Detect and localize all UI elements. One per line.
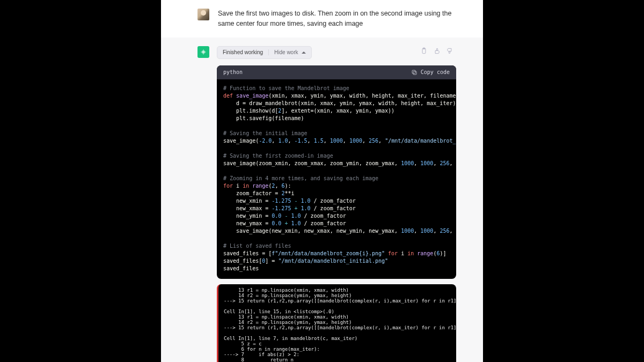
user-message-text: Save the first two images to disk. Then … bbox=[218, 9, 456, 29]
clipboard-icon[interactable] bbox=[420, 47, 428, 55]
work-status-pill: Finished working Hide work bbox=[217, 46, 312, 59]
error-output-block[interactable]: 13 r1 = np.linspace(xmin, xmax, width) 1… bbox=[217, 284, 456, 363]
user-avatar bbox=[197, 9, 209, 20]
hide-work-label: Hide work bbox=[274, 49, 298, 55]
assistant-avatar bbox=[197, 46, 209, 58]
svg-rect-3 bbox=[413, 71, 416, 75]
copy-code-button[interactable]: Copy code bbox=[411, 69, 450, 76]
chevron-up-icon bbox=[302, 51, 306, 54]
openai-logo-icon bbox=[200, 48, 207, 56]
assistant-message: Finished working Hide work python Copy c… bbox=[161, 38, 483, 363]
chat-window: Save the first two images to disk. Then … bbox=[161, 0, 483, 362]
feedback-controls bbox=[420, 47, 453, 55]
code-header: python Copy code bbox=[217, 65, 456, 79]
hide-work-button[interactable]: Hide work bbox=[269, 49, 311, 55]
copy-icon bbox=[411, 69, 418, 76]
assistant-content: Finished working Hide work python Copy c… bbox=[197, 46, 456, 363]
user-message: Save the first two images to disk. Then … bbox=[161, 0, 483, 38]
thumbs-up-icon[interactable] bbox=[433, 47, 441, 55]
svg-rect-4 bbox=[412, 70, 415, 73]
copy-code-label: Copy code bbox=[421, 69, 450, 75]
work-status-label: Finished working bbox=[217, 49, 269, 55]
code-block: python Copy code # Function to save the … bbox=[217, 65, 456, 279]
thumbs-down-icon[interactable] bbox=[446, 47, 453, 55]
code-language-label: python bbox=[223, 69, 243, 75]
code-body[interactable]: # Function to save the Mandelbrot image … bbox=[217, 79, 456, 279]
